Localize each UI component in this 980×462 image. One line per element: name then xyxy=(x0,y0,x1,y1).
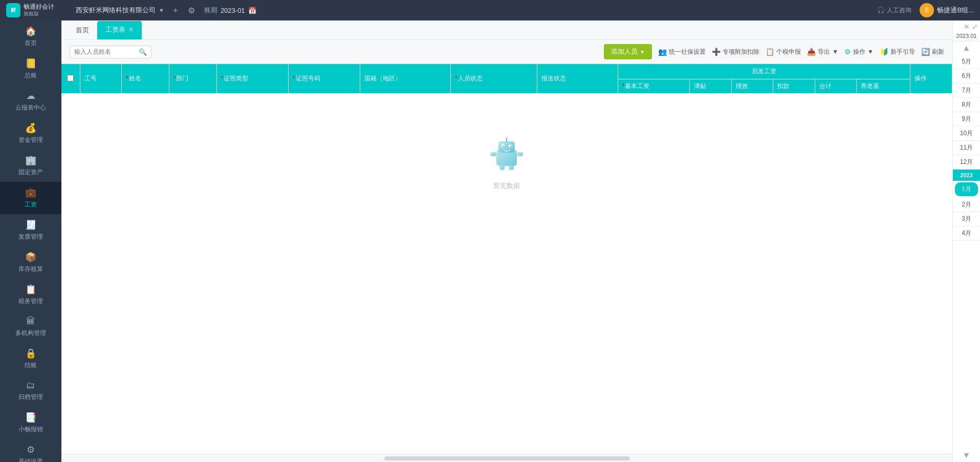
sidebar-item-expense[interactable]: 📑 小畅报销 xyxy=(0,407,61,439)
col-deduction: 扣款 xyxy=(773,79,815,94)
empty-illustration xyxy=(486,134,527,175)
operation-action[interactable]: ⚙ 操作 ▼ xyxy=(844,48,874,56)
app-name: 畅通好会计 xyxy=(24,3,54,10)
panel-prev-icon[interactable]: ▲ xyxy=(953,41,980,55)
sidebar-label-cloud: 云报表中心 xyxy=(15,103,46,112)
year-label-2023: 2023 xyxy=(953,170,980,181)
sidebar-item-inventory[interactable]: 📦 库存核算 xyxy=(0,246,61,279)
svg-point-5 xyxy=(510,146,512,148)
table-header-row: 工号 *姓名 *部门 *证照类型 *证照号码 国籍（地区） *人员状态 ▼ 报送… xyxy=(61,64,952,79)
cloud-icon: ☁ xyxy=(26,90,35,101)
svg-point-7 xyxy=(506,137,508,139)
deduct-icon: ➕ xyxy=(712,48,721,56)
sidebar-label-close: 结账 xyxy=(25,361,37,370)
month-item-8[interactable]: 8月 xyxy=(953,98,980,112)
search-icon: 🔍 xyxy=(139,48,147,56)
month-item-4[interactable]: 4月 xyxy=(953,226,980,241)
month-item-12[interactable]: 12月 xyxy=(953,155,980,170)
expand-panel-icon[interactable]: ⤢ xyxy=(972,23,978,31)
col-cert-type: *证照类型 xyxy=(216,64,288,93)
social-settings-action[interactable]: 👥 统一社保设置 xyxy=(658,48,706,56)
horizontal-scrollbar[interactable] xyxy=(61,454,952,462)
tax-label: 个税申报 xyxy=(776,48,801,56)
empty-state: 暂无数据 xyxy=(61,93,952,232)
sidebar-item-fund[interactable]: 💰 资金管理 xyxy=(0,117,61,150)
toolbar: 🔍 添加人员 ▼ 👥 统一社保设置 ➕ 专项附加扣除 📋 个税申报 xyxy=(61,40,952,64)
export-icon: 📤 xyxy=(807,48,816,56)
sidebar-item-settings[interactable]: ⚙ 基础设置 xyxy=(0,439,61,462)
tab-close-icon[interactable]: ✕ xyxy=(128,26,134,33)
add-person-label: 添加人员 xyxy=(611,47,638,56)
user-info[interactable]: B 畅捷通B组... xyxy=(920,3,974,17)
add-button[interactable]: ＋ xyxy=(170,4,181,17)
col-nation: 国籍（地区） xyxy=(360,64,451,93)
close-panel-icon[interactable]: ✕ xyxy=(964,23,970,31)
invoice-icon: 🧾 xyxy=(25,219,36,230)
month-item-3[interactable]: 3月 xyxy=(953,212,980,226)
sidebar-item-tax[interactable]: 📋 税务管理 xyxy=(0,279,61,311)
help-button[interactable]: 🎧 人工咨询 xyxy=(877,6,911,15)
tab-salary[interactable]: 工资表 ✕ xyxy=(97,21,142,39)
tax-action[interactable]: 📋 个税申报 xyxy=(766,48,801,56)
deduct-action[interactable]: ➕ 专项附加扣除 xyxy=(712,48,759,56)
guide-label: 新手引导 xyxy=(890,48,915,56)
operation-icon: ⚙ xyxy=(844,48,851,56)
tax-report-icon: 📋 xyxy=(766,48,774,56)
sidebar-item-home[interactable]: 🏠 首页 xyxy=(0,20,61,53)
col-dept: *部门 xyxy=(169,64,216,93)
sidebar-label-fund: 资金管理 xyxy=(18,136,43,144)
panel-next-icon[interactable]: ▼ xyxy=(953,449,980,462)
close-period-icon: 🔒 xyxy=(25,348,36,359)
asset-icon: 🏢 xyxy=(25,155,36,166)
col-salary-group: 启发工资 xyxy=(618,64,910,79)
inventory-icon: 📦 xyxy=(25,251,36,263)
sidebar-label-expense: 小畅报销 xyxy=(18,425,43,434)
sidebar-item-cloud[interactable]: ☁ 云报表中心 xyxy=(0,85,61,117)
add-person-button[interactable]: 添加人员 ▼ xyxy=(604,44,652,59)
guide-action[interactable]: 🔰 新手引导 xyxy=(880,48,915,56)
top-bar: 财 畅通好会计 旗舰版 西安虾米网络科技有限公司 ▼ ＋ ⚙ 账期 2023-0… xyxy=(0,0,980,20)
ledger-icon: 📒 xyxy=(25,58,36,69)
sidebar-item-archive[interactable]: 🗂 归档管理 xyxy=(0,375,61,407)
company-selector[interactable]: 西安虾米网络科技有限公司 ▼ xyxy=(76,6,164,15)
status-filter-icon[interactable]: ▼ xyxy=(484,75,490,81)
settings-icon[interactable]: ⚙ xyxy=(187,5,196,16)
tab-home[interactable]: 首页 xyxy=(68,22,97,39)
empty-row: 暂无数据 xyxy=(61,93,952,232)
sidebar-item-ledger[interactable]: 📒 总账 xyxy=(0,53,61,85)
sidebar-label-tax: 税务管理 xyxy=(18,297,43,306)
svg-rect-9 xyxy=(517,152,523,156)
month-item-10[interactable]: 10月 xyxy=(953,127,980,141)
archive-icon: 🗂 xyxy=(26,380,35,391)
month-item-5[interactable]: 5月 xyxy=(953,55,980,69)
deduct-label: 专项附加扣除 xyxy=(723,48,759,56)
month-item-2[interactable]: 2月 xyxy=(953,198,980,212)
month-item-7[interactable]: 7月 xyxy=(953,83,980,98)
month-item-1[interactable]: 1月 xyxy=(955,182,978,197)
sidebar-item-asset[interactable]: 🏢 固定资产 xyxy=(0,150,61,182)
salary-icon: 💼 xyxy=(25,187,36,198)
select-all-checkbox[interactable] xyxy=(67,75,74,81)
col-pension: 养老基 xyxy=(857,79,910,94)
social-icon: 👥 xyxy=(658,48,667,56)
month-item-11[interactable]: 11月 xyxy=(953,141,980,155)
table-container: 工号 *姓名 *部门 *证照类型 *证照号码 国籍（地区） *人员状态 ▼ 报送… xyxy=(61,64,952,454)
sidebar-item-salary[interactable]: 💼 工资 xyxy=(0,182,61,214)
month-item-9[interactable]: 9月 xyxy=(953,112,980,127)
home-icon: 🏠 xyxy=(25,26,36,37)
month-item-6[interactable]: 6月 xyxy=(953,69,980,83)
sidebar-item-invoice[interactable]: 🧾 发票管理 xyxy=(0,214,61,246)
search-input[interactable] xyxy=(74,48,136,55)
sidebar-item-multi[interactable]: 🏛 多机构管理 xyxy=(0,311,61,343)
calendar-icon[interactable]: 📅 xyxy=(248,7,256,14)
refresh-action[interactable]: 🔄 刷新 xyxy=(921,48,944,56)
sidebar-item-close[interactable]: 🔒 结账 xyxy=(0,343,61,375)
export-label: 导出 xyxy=(818,48,830,56)
svg-rect-8 xyxy=(490,152,496,156)
report-filter-icon[interactable]: ▼ xyxy=(568,75,573,81)
export-action[interactable]: 📤 导出 ▼ xyxy=(807,48,838,56)
fund-icon: 💰 xyxy=(25,122,36,134)
salary-table: 工号 *姓名 *部门 *证照类型 *证照号码 国籍（地区） *人员状态 ▼ 报送… xyxy=(61,64,952,232)
app-edition: 旗舰版 xyxy=(24,10,54,17)
sidebar-label-ledger: 总账 xyxy=(25,71,37,80)
